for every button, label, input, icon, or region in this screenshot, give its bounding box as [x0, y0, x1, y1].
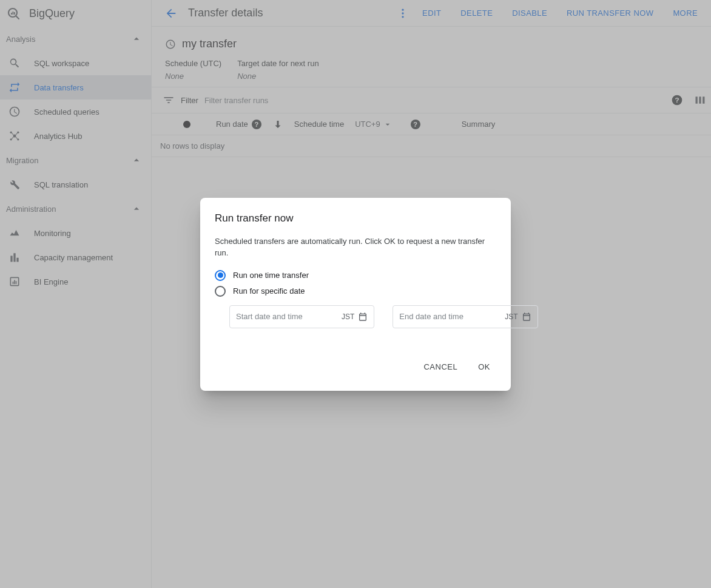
start-date-field[interactable]: [236, 312, 338, 321]
radio-label: Run one time transfer: [233, 271, 309, 280]
dialog-description: Scheduled transfers are automatically ru…: [215, 235, 496, 259]
ok-button[interactable]: OK: [472, 357, 496, 376]
cancel-button[interactable]: CANCEL: [417, 357, 463, 376]
radio-one-time[interactable]: Run one time transfer: [215, 270, 496, 281]
radio-icon: [215, 270, 226, 281]
calendar-icon[interactable]: [358, 312, 368, 322]
date-row: JST JST: [229, 305, 496, 328]
run-transfer-dialog: Run transfer now Scheduled transfers are…: [200, 198, 511, 391]
dialog-title: Run transfer now: [215, 212, 496, 225]
start-date-input[interactable]: JST: [229, 305, 374, 328]
end-date-field[interactable]: [399, 312, 501, 321]
radio-icon: [215, 286, 226, 297]
radio-specific-date[interactable]: Run for specific date: [215, 286, 496, 297]
dialog-actions: CANCEL OK: [215, 357, 496, 376]
radio-label: Run for specific date: [233, 286, 305, 296]
end-date-input[interactable]: JST: [393, 305, 537, 328]
modal-overlay: Run transfer now Scheduled transfers are…: [0, 0, 711, 588]
tz-label: JST: [505, 313, 517, 321]
tz-label: JST: [342, 313, 354, 321]
calendar-icon[interactable]: [522, 312, 531, 322]
